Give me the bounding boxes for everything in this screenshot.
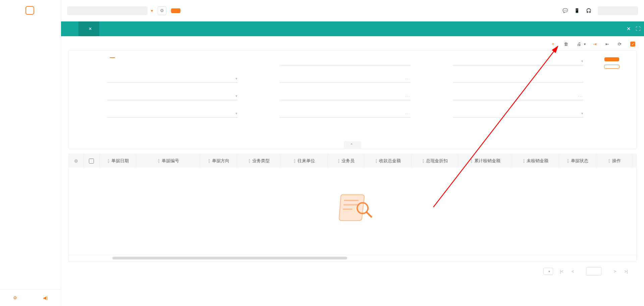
partner-lookup[interactable]: ··· — [280, 75, 410, 83]
table-col-4[interactable]: ▲▼往来单位 — [281, 154, 328, 168]
page-input[interactable] — [586, 267, 601, 276]
horizontal-scrollbar[interactable] — [69, 255, 636, 261]
export-button[interactable]: ⇤ — [605, 42, 610, 47]
table-col-1[interactable]: ▲▼单据编号 — [137, 154, 200, 168]
filter-label — [424, 57, 453, 58]
verify-status-lookup[interactable]: ··· — [280, 92, 410, 100]
filter-doc-status: ▾ — [78, 92, 237, 100]
main-area: ▾ ⚙ 💬 📱 🎧 ✕ — [61, 0, 644, 306]
filter-settings-button[interactable] — [604, 65, 620, 69]
search-button[interactable] — [604, 57, 619, 61]
sidebar: ⚙ ◀) — [0, 0, 61, 306]
settings-icon[interactable]: ⚙ — [13, 295, 17, 300]
print-button[interactable]: 🖨▾ — [577, 42, 586, 47]
tab-home[interactable] — [64, 21, 78, 36]
table-col-10[interactable]: ▲▼单据状态 — [559, 154, 596, 168]
sort-icon: ▲▼ — [293, 158, 296, 164]
next-page-button[interactable]: > — [612, 269, 618, 274]
chevron-down-icon: ▾ — [584, 42, 586, 46]
refresh-button[interactable]: ⟳ — [618, 42, 623, 47]
scrollbar-thumb[interactable] — [112, 257, 347, 259]
filter-label — [424, 92, 453, 93]
biz-type-select[interactable]: ▾ — [107, 75, 237, 83]
import-button[interactable]: ⇥ — [593, 42, 598, 47]
collapse-filters-button[interactable]: ⌃ — [344, 141, 361, 149]
select-all-checkbox[interactable] — [84, 154, 100, 168]
table-col-6[interactable]: ▲▼收款总金额 — [365, 154, 412, 168]
tab-strip: ✕ ✕ ⛶ — [61, 21, 644, 36]
empty-illustration — [332, 190, 373, 227]
col-label: 总现金折扣 — [426, 158, 448, 164]
amount-head-input[interactable] — [280, 127, 410, 135]
col-label: 单据日期 — [111, 158, 129, 164]
user-avatar-placeholder[interactable] — [598, 6, 638, 15]
brand-glyph-icon — [25, 6, 34, 15]
table-settings-button[interactable]: ⚙ — [69, 154, 84, 168]
gear-icon: ⚙ — [160, 8, 164, 13]
clerk-lookup[interactable]: ··· — [280, 110, 410, 118]
collapse-sidebar-icon[interactable]: ◀) — [43, 295, 48, 300]
account-lookup[interactable]: ··· — [453, 92, 583, 100]
delete-button[interactable]: 🗑 — [564, 42, 570, 47]
pagination: ▾ |< < > >| — [68, 262, 637, 281]
messages-link[interactable]: 💬 — [562, 8, 570, 13]
table-col-2[interactable]: ▲▼单据方向 — [200, 154, 237, 168]
more-icon: ··· — [578, 94, 583, 98]
table-col-0[interactable]: ▲▼单据日期 — [100, 154, 137, 168]
tab-current[interactable]: ✕ — [78, 21, 99, 36]
col-label: 业务类型 — [252, 158, 270, 164]
first-page-button[interactable]: |< — [558, 269, 565, 274]
app-download-link[interactable]: 📱 — [574, 8, 581, 13]
sort-icon: ▲▼ — [107, 158, 110, 164]
doc-dir-select[interactable]: ▾ — [453, 57, 583, 65]
fullscreen-icon[interactable]: ⛶ — [636, 26, 641, 32]
table-empty-state — [69, 168, 636, 255]
filter-label — [78, 92, 107, 93]
brand-logo — [0, 0, 61, 21]
support-link[interactable]: 🎧 — [586, 8, 593, 13]
prev-page-button[interactable]: < — [570, 269, 576, 274]
filter-action-buttons — [597, 57, 627, 83]
table-col-11[interactable]: ▲▼操作 — [596, 154, 633, 168]
col-label: 累计核销金额 — [474, 158, 500, 164]
filter-label — [251, 127, 280, 128]
svg-line-5 — [367, 212, 371, 217]
maker-select[interactable]: ▾ — [453, 110, 583, 118]
sidebar-footer: ⚙ ◀) — [0, 289, 61, 306]
mobile-icon: 📱 — [574, 8, 580, 13]
doc-status-select[interactable]: ▾ — [107, 92, 237, 100]
sort-icon: ▲▼ — [157, 158, 160, 164]
sort-icon: ▲▼ — [208, 158, 211, 164]
trash-icon: 🗑 — [564, 42, 568, 47]
more-icon: ··· — [405, 112, 410, 116]
per-page-select[interactable]: ▾ — [543, 268, 553, 275]
remark2-input[interactable] — [107, 127, 237, 135]
topbar-settings-button[interactable]: ⚙ — [158, 6, 166, 15]
show-detail-toggle[interactable]: ✓ — [630, 42, 637, 47]
org-selector[interactable]: ▾ — [67, 6, 153, 15]
double-chevron-up-icon: ⌃ — [350, 143, 353, 147]
close-icon[interactable]: ✕ — [89, 26, 92, 31]
dept-select[interactable]: ▾ — [107, 110, 237, 118]
promo-button[interactable] — [171, 8, 180, 13]
more-icon: ··· — [405, 94, 410, 98]
table-col-9[interactable]: ▲▼未核销金额 — [512, 154, 559, 168]
filter-biz-type: ▾ — [78, 75, 237, 83]
plus-icon: ＋ — [551, 41, 555, 47]
table-col-5[interactable]: ▲▼业务员 — [328, 154, 365, 168]
sort-icon: ▲▼ — [375, 158, 378, 164]
sort-icon: ▲▼ — [470, 158, 473, 164]
last-page-button[interactable]: >| — [623, 269, 629, 274]
tab-close-all-icon[interactable]: ✕ — [627, 26, 631, 32]
remark-input[interactable] — [453, 75, 583, 83]
filter-label — [251, 75, 280, 75]
table-col-7[interactable]: ▲▼总现金折扣 — [412, 154, 459, 168]
page-header: ＋ 🗑 🖨▾ ⇥ ⇤ ⟳ ✓ — [68, 41, 637, 47]
doc-no-input[interactable] — [280, 57, 410, 65]
add-button[interactable]: ＋ — [551, 41, 556, 47]
table-col-3[interactable]: ▲▼业务类型 — [237, 154, 281, 168]
filter-account: ··· — [424, 92, 583, 100]
filter-amount-head — [251, 127, 410, 135]
table-col-8[interactable]: ▲▼累计核销金额 — [459, 154, 512, 168]
date-today[interactable] — [110, 57, 115, 58]
